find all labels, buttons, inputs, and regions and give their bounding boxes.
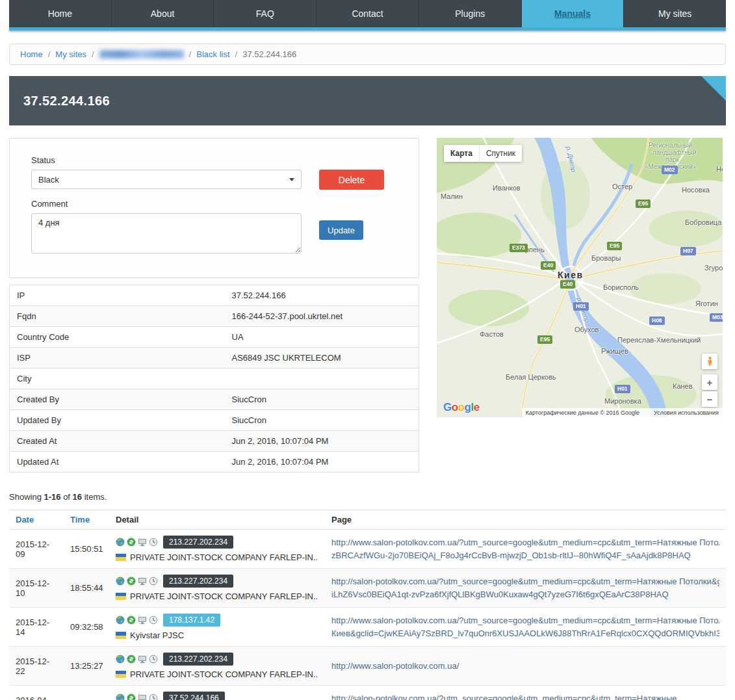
map-terms-link[interactable]: Условия использования	[654, 409, 719, 416]
zoom-in-button[interactable]: +	[702, 374, 717, 390]
map-label: Малин	[441, 192, 463, 200]
detail-label: Created At	[10, 431, 225, 452]
road-badge: E95	[607, 242, 622, 250]
status-select-value: Black	[38, 175, 59, 185]
browser-icon	[127, 694, 136, 700]
map-label: Яготин	[695, 300, 718, 307]
breadcrumb-item-black-list[interactable]: Black list	[196, 49, 229, 59]
nav-item-contact[interactable]: Contact	[316, 0, 419, 27]
detail-row: City	[10, 369, 419, 389]
detail-row: Updated BySiucCron	[10, 410, 419, 431]
log-time: 18:55:44	[64, 569, 109, 608]
breadcrumb-item-37-52-244-166: 37.52.244.166	[242, 49, 296, 59]
comment-textarea[interactable]: 4 дня	[31, 213, 302, 253]
update-button[interactable]: Update	[319, 220, 363, 240]
map-type-satellite-button[interactable]: Спутник	[479, 145, 522, 162]
clock-icon	[149, 538, 158, 547]
log-detail: 213.227.202.234PRIVATE JOINT-STOCK COMPA…	[109, 530, 325, 569]
detail-row: IP37.52.244.166	[10, 285, 419, 306]
detail-value: Jun 2, 2016, 10:07:04 PM	[225, 452, 419, 473]
page-url: http://www.salon-potolkov.com.ua/	[331, 660, 719, 673]
map-label: Носовка	[682, 186, 710, 194]
map-label: Региональный	[649, 142, 692, 149]
log-page: http://salon-potolkov.com.ua/?utm_source…	[325, 686, 726, 700]
nav-item-home[interactable]: Home	[9, 0, 111, 27]
detail-label: IP	[10, 285, 225, 306]
detail-icons: 37.52.244.166	[116, 692, 318, 700]
monitor-icon	[138, 538, 147, 547]
breadcrumb-item-my-sites[interactable]: My sites	[55, 49, 86, 59]
globe-icon	[116, 694, 125, 700]
clock-icon	[149, 616, 158, 625]
detail-row: Created AtJun 2, 2016, 10:07:04 PM	[10, 431, 419, 452]
delete-button[interactable]: Delete	[319, 170, 384, 190]
monitor-icon	[138, 655, 147, 664]
nav-item-manuals[interactable]: Manuals	[521, 0, 624, 27]
ip-badge[interactable]: 178.137.1.42	[163, 614, 220, 627]
map-label: Фастов	[480, 330, 504, 338]
log-time: 16:45:08	[64, 686, 109, 700]
page-url: iLhZ6Vsc0BEiQA1qt-zvPza6fXjfQLlBKgBWu0Ku…	[331, 588, 719, 601]
page-url: http://salon-potolkov.com.ua/?utm_source…	[331, 575, 719, 588]
breadcrumb: Home/My sites//Black list/37.52.244.166	[9, 44, 726, 65]
pegman-control[interactable]	[702, 354, 717, 369]
map-label: Борисполь	[603, 283, 639, 291]
google-logo: Google	[443, 401, 480, 414]
nav-item-faq[interactable]: FAQ	[213, 0, 316, 27]
detail-value: Jun 2, 2016, 10:07:04 PM	[225, 431, 419, 452]
breadcrumb-item-home[interactable]: Home	[20, 49, 43, 59]
summary-suffix: items.	[82, 492, 107, 502]
nav-accent-strip	[9, 27, 726, 31]
detail-value: 37.52.244.166	[225, 285, 419, 306]
map-type-map-button[interactable]: Карта	[444, 145, 479, 162]
detail-icons: 213.227.202.234	[116, 536, 318, 549]
detail-value: AS6849 JSC UKRTELECOM	[225, 348, 419, 369]
breadcrumb-separator: /	[189, 49, 192, 59]
edit-form-panel: Status Black Delete Comment 4 дня Update	[9, 138, 419, 278]
detail-label: Fqdn	[10, 306, 225, 327]
detail-value: 166-244-52-37.pool.ukrtel.net	[225, 306, 419, 327]
map-label: Бобровица	[685, 218, 721, 226]
log-date: 2015-12-09	[9, 530, 64, 569]
activity-log-table: DateTimeDetailPage 2015-12-0915:50:51213…	[9, 510, 726, 700]
map-label: Нежин	[716, 165, 723, 173]
nav-item-about[interactable]: About	[111, 0, 214, 27]
ip-badge[interactable]: 213.227.202.234	[163, 575, 233, 588]
ip-badge[interactable]: 213.227.202.234	[163, 536, 233, 549]
results-summary: Showing 1-16 of 16 items.	[9, 492, 726, 502]
map-label: Переяслав-Хмельницкий	[617, 336, 701, 344]
nav-item-plugins[interactable]: Plugins	[419, 0, 521, 27]
map-label: ландшафтный	[652, 149, 696, 156]
monitor-icon	[138, 616, 147, 625]
road-badge: M02	[662, 166, 678, 174]
organization-row: PRIVATE JOINT-STOCK COMPANY FARLEP-IN...	[116, 591, 318, 601]
page-banner: 37.52.244.166	[9, 76, 726, 125]
globe-icon	[116, 538, 125, 547]
map-copyright: Картографические данные © 2016 Google	[526, 409, 639, 416]
banner-corner-decoration	[701, 76, 726, 101]
organization-row: Kyivstar PJSC	[116, 630, 318, 640]
column-header-date[interactable]: Date	[9, 510, 64, 530]
status-select[interactable]: Black	[31, 170, 302, 189]
google-map[interactable]: Региональныйландшафтныйпарк«Межреченский…	[437, 138, 723, 417]
breadcrumb-item-blurred-site[interactable]	[99, 50, 184, 58]
detail-value: SiucCron	[225, 389, 419, 410]
nav-item-my-sites[interactable]: My sites	[623, 0, 726, 27]
ip-badge[interactable]: 213.227.202.234	[163, 653, 233, 666]
detail-row: Created BySiucCron	[10, 389, 419, 410]
column-header-time[interactable]: Time	[64, 510, 109, 530]
monitor-icon	[138, 577, 147, 586]
zoom-out-button[interactable]: −	[702, 391, 717, 407]
map-label: Ржищев	[601, 347, 628, 355]
status-label: Status	[31, 155, 302, 165]
map-label: Киев	[558, 270, 584, 280]
road-badge: E95	[537, 335, 552, 344]
column-header-page: Page	[325, 510, 726, 530]
clock-icon	[149, 694, 158, 700]
summary-of: of	[61, 492, 73, 502]
summary-total: 16	[73, 492, 82, 502]
google-logo-letter: g	[465, 401, 471, 413]
page-url: http://www.salon-potolkov.com.ua/?utm_so…	[331, 614, 719, 627]
ip-badge[interactable]: 37.52.244.166	[163, 692, 225, 700]
log-page: http://salon-potolkov.com.ua/?utm_source…	[325, 569, 726, 608]
